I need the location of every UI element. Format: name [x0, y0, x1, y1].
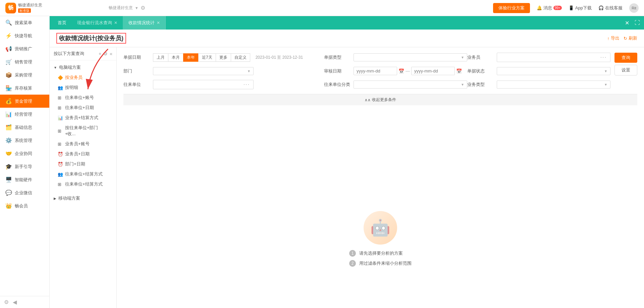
- salesperson-dots[interactable]: ···: [600, 54, 607, 60]
- scheme-group-desktop-label: 电脑端方案: [59, 64, 81, 70]
- filter-row-1: 单据日期 上月 本月 本年 近7天 更多 自定义 2023-01-01 至 20…: [123, 53, 610, 62]
- counterpart-select[interactable]: ···: [153, 80, 254, 89]
- date-label: 单据日期: [123, 54, 150, 60]
- salesperson-select[interactable]: ···: [497, 53, 610, 62]
- scheme-item-4[interactable]: 📊 业务员+结算方式: [50, 113, 116, 123]
- collapse-bar[interactable]: ∧∧ 收起更多条件: [123, 94, 637, 105]
- biz-type-select[interactable]: ▾: [497, 81, 610, 89]
- date-tab-lastmonth[interactable]: 上月: [153, 53, 168, 62]
- scheme-group-mobile-toggle[interactable]: ▶ 移动端方案: [50, 193, 116, 203]
- scheme-collapse-btn[interactable]: «: [110, 51, 112, 56]
- gear-settings-icon[interactable]: ⚙: [141, 5, 145, 11]
- sidebar-item-search[interactable]: 🔍 搜索菜单: [0, 16, 49, 29]
- counterpart-cat-select[interactable]: ▾: [354, 81, 467, 89]
- scheme-settings-btn[interactable]: ⚙: [103, 51, 108, 56]
- sidebar: 🔍 搜索菜单 ⚡ 快捷导航 📢 营销推广 🛒 销售管理 📦 采购管理 🏪 库存核…: [0, 0, 50, 308]
- scheme-item-9[interactable]: 👥 往来单位+结算方式: [50, 169, 116, 179]
- counterpart-dots[interactable]: ···: [244, 82, 250, 88]
- filter-row-2: 部门 ▾ 审核日期 📅: [123, 67, 610, 75]
- tab-collections-close[interactable]: ✕: [157, 20, 160, 25]
- edition-badge: 标准版: [18, 8, 31, 13]
- sidebar-item-inventory[interactable]: 🏪 库存核算: [0, 82, 49, 95]
- hardware-icon: 🖥️: [5, 176, 12, 183]
- tab-home[interactable]: 首页: [52, 20, 72, 26]
- sidebar-item-finance[interactable]: 💰 资金管理: [0, 95, 49, 108]
- sidebar-item-hardware[interactable]: 🖥️ 智能硬件: [0, 173, 49, 186]
- tab-cashflow[interactable]: 现金银行流水查询 ✕: [72, 16, 123, 30]
- scheme-add-btn[interactable]: +: [99, 51, 101, 56]
- date-tab-thismonth[interactable]: 本月: [168, 53, 183, 62]
- sidebar-item-enterprise[interactable]: 🤝 企业协同: [0, 147, 49, 160]
- sidebar-item-guide[interactable]: 🎓 新手引导: [0, 160, 49, 173]
- sidebar-item-basic[interactable]: 🗂️ 基础信息: [0, 121, 49, 134]
- doc-status-select[interactable]: ▾: [497, 67, 610, 75]
- sidebar-item-marketing[interactable]: 📢 营销推广: [0, 42, 49, 55]
- scheme-item-7[interactable]: ⏰ 业务员+日期: [50, 149, 116, 159]
- sidebar-item-operations[interactable]: 📊 经营管理: [0, 108, 49, 121]
- date-tab-thisyear[interactable]: 本年: [183, 53, 198, 62]
- tab-cashflow-close[interactable]: ✕: [114, 20, 117, 25]
- empty-step-2: 2 用过滤条件来缩小分析范围: [349, 260, 412, 267]
- user-avatar[interactable]: Rit: [629, 3, 639, 13]
- sidebar-label-member: 畅会员: [15, 203, 28, 209]
- sidebar-item-member[interactable]: 👑 畅会员: [0, 199, 49, 212]
- filter-settings-btn[interactable]: 设置: [614, 65, 637, 75]
- scheme-item-0[interactable]: 🔶 按业务员: [50, 72, 116, 83]
- tab-collections[interactable]: 收款情况统计 ✕: [123, 16, 166, 30]
- review-date-end[interactable]: [411, 67, 455, 75]
- scheme-panel-actions: + ⚙ «: [99, 51, 112, 56]
- date-tab-custom[interactable]: 自定义: [231, 53, 250, 62]
- refresh-btn[interactable]: ↻ 刷新: [624, 35, 637, 41]
- sidebar-label-guide: 新手引导: [15, 164, 32, 170]
- export-btn[interactable]: ↑ 导出: [607, 35, 620, 41]
- sidebar-settings-btn[interactable]: ⚙: [4, 299, 9, 305]
- breadcrumb-text: 畅捷通好生意: [109, 5, 133, 11]
- app-download-btn[interactable]: 📱 App下载: [569, 5, 592, 11]
- logo-text-area: 畅捷通好生意 标准版: [18, 3, 42, 13]
- biz-type-label: 业务类型: [467, 82, 494, 88]
- review-date-start[interactable]: [354, 67, 397, 75]
- scheme-item-3[interactable]: ⊞ 往来单位+日期: [50, 103, 116, 113]
- doc-status-chevron: ▾: [605, 69, 607, 73]
- scheme-item-6[interactable]: ⊞ 业务员+账号: [50, 139, 116, 149]
- scheme-group-desktop-toggle[interactable]: ▼ 电脑端方案: [50, 62, 116, 72]
- sidebar-item-quicknav[interactable]: ⚡ 快捷导航: [0, 29, 49, 42]
- scheme-item-1[interactable]: 👥 按明细: [50, 83, 116, 93]
- scheme-item-8[interactable]: ⏰ 部门+日期: [50, 159, 116, 169]
- sidebar-item-sales[interactable]: 🛒 销售管理: [0, 55, 49, 68]
- main-content: 首页 现金银行流水查询 ✕ 收款情况统计 ✕ ✕ ⛶ 收款情况统计(按业务员) …: [50, 0, 644, 308]
- online-service-btn[interactable]: 🎧 在线客服: [598, 5, 623, 11]
- sidebar-item-system[interactable]: ⚙️ 系统管理: [0, 134, 49, 147]
- wechat-icon: 💬: [5, 190, 12, 196]
- group-arrow-desktop: ▼: [54, 66, 57, 69]
- sidebar-item-wechat[interactable]: 💬 企业微信: [0, 186, 49, 199]
- query-btn[interactable]: 查询: [614, 53, 637, 63]
- tab-maximize-btn[interactable]: ⛶: [633, 20, 641, 26]
- trial-btn[interactable]: 体验行业方案: [493, 3, 530, 13]
- scheme-item-2[interactable]: ⊞ 往来单位+账号: [50, 93, 116, 103]
- sidebar-collapse-btn[interactable]: ◀: [13, 299, 17, 305]
- scheme-item-5[interactable]: ⊞ 按往来单位+部门+收...: [50, 123, 116, 139]
- date-tabs: 上月 本月 本年 近7天 更多 自定义: [153, 53, 250, 62]
- scheme-item-label-5: 按往来单位+部门+收...: [65, 125, 108, 137]
- date-tab-more[interactable]: 更多: [216, 53, 231, 62]
- scheme-item-10[interactable]: ⊞ 往来单位+结算方式: [50, 179, 116, 189]
- tab-close-all-btn[interactable]: ✕: [624, 20, 631, 26]
- scheme-item-icon-3: ⊞: [58, 105, 63, 110]
- empty-illustration: 🤖: [364, 211, 397, 245]
- review-date-end-icon[interactable]: 📅: [456, 68, 462, 74]
- system-icon: ⚙️: [5, 137, 12, 144]
- counterpart-cat-label: 往来单位分类: [324, 82, 351, 88]
- date-tab-7days[interactable]: 近7天: [198, 53, 216, 62]
- finance-icon: 💰: [5, 98, 12, 104]
- sidebar-label-basic: 基础信息: [15, 124, 32, 131]
- logo-area: 畅 畅捷通好生意 标准版: [5, 3, 55, 13]
- doctype-select[interactable]: ▾: [354, 53, 467, 61]
- dept-select[interactable]: ▾: [153, 67, 254, 75]
- sidebar-item-purchase[interactable]: 📦 采购管理: [0, 68, 49, 82]
- notification-btn[interactable]: 🔔 消息 99+: [537, 5, 562, 11]
- scheme-item-icon-0: 🔶: [58, 75, 63, 80]
- review-date-start-icon[interactable]: 📅: [398, 68, 404, 74]
- sidebar-label-wechat: 企业微信: [15, 190, 32, 196]
- scheme-item-icon-10: ⊞: [58, 182, 63, 187]
